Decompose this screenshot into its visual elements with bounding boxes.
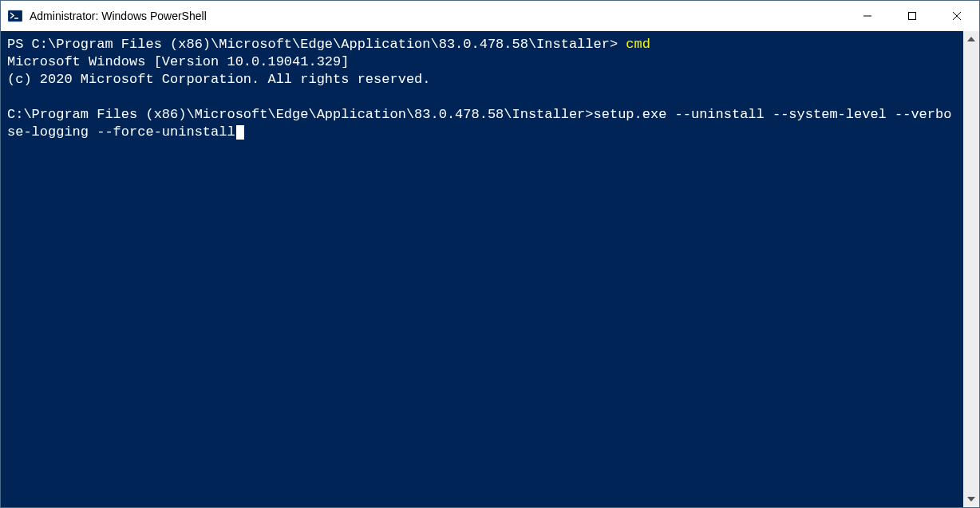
window-title: Administrator: Windows PowerShell — [30, 10, 845, 22]
svg-rect-0 — [8, 10, 22, 22]
maximize-button[interactable] — [890, 1, 935, 31]
scroll-down-button[interactable] — [963, 491, 979, 507]
titlebar[interactable]: Administrator: Windows PowerShell — [1, 1, 979, 31]
svg-rect-3 — [909, 13, 916, 20]
version-line: Microsoft Windows [Version 10.0.19041.32… — [7, 54, 349, 69]
terminal-container: PS C:\Program Files (x86)\Microsoft\Edge… — [1, 31, 979, 507]
vertical-scrollbar[interactable] — [963, 31, 979, 507]
terminal-output[interactable]: PS C:\Program Files (x86)\Microsoft\Edge… — [1, 31, 963, 507]
ps-command: cmd — [626, 37, 650, 52]
close-button[interactable] — [935, 1, 979, 31]
scroll-track[interactable] — [963, 47, 979, 491]
powershell-window: Administrator: Windows PowerShell PS C:\… — [0, 0, 980, 508]
window-controls — [845, 1, 979, 31]
powershell-icon — [7, 8, 23, 24]
text-cursor — [236, 125, 244, 140]
cmd-prompt: C:\Program Files (x86)\Microsoft\Edge\Ap… — [7, 107, 594, 122]
minimize-button[interactable] — [845, 1, 890, 31]
copyright-line: (c) 2020 Microsoft Corporation. All righ… — [7, 72, 431, 87]
scroll-up-button[interactable] — [963, 31, 979, 47]
ps-prompt: PS C:\Program Files (x86)\Microsoft\Edge… — [7, 37, 626, 52]
